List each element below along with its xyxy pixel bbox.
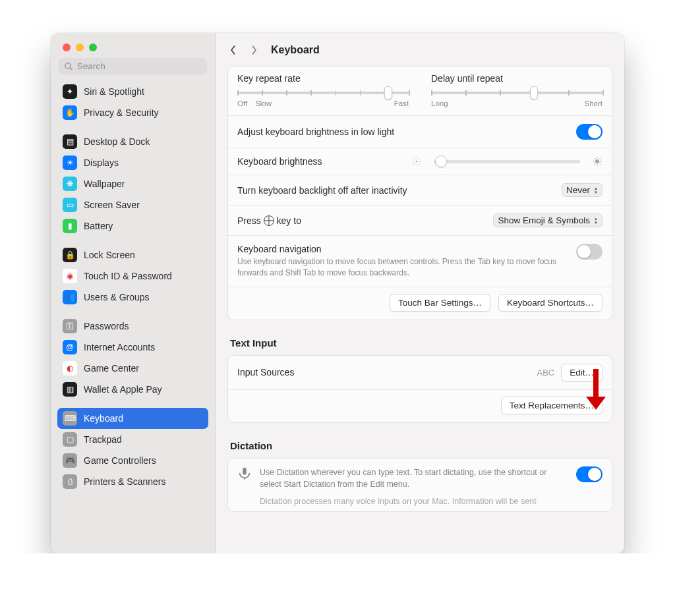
- sidebar-item-touch-id-password[interactable]: ◉Touch ID & Password: [57, 266, 208, 287]
- trackpad-icon: ▢: [63, 432, 77, 447]
- keyboard-brightness-row: Keyboard brightness: [228, 148, 612, 175]
- minimize-window-button[interactable]: [76, 43, 84, 51]
- sidebar-item-label: Displays: [84, 157, 119, 168]
- keyboard-settings-card: Key repeat rate Off Slow Fast: [227, 66, 612, 320]
- sidebar-item-internet-accounts[interactable]: @Internet Accounts: [57, 337, 208, 358]
- dictation-section-title: Dictation: [227, 437, 612, 458]
- flower-icon: ❋: [63, 177, 77, 191]
- siri-icon: ✦: [63, 84, 77, 99]
- press-globe-select[interactable]: Show Emoji & Symbols ▲▼: [493, 213, 602, 227]
- press-globe-row: Press key to Show Emoji & Symbols ▲▼: [228, 206, 612, 236]
- controller-icon: 🎮: [63, 453, 77, 468]
- header-bar: Keyboard: [216, 33, 624, 66]
- touch-bar-settings-button[interactable]: Touch Bar Settings…: [390, 294, 490, 312]
- sidebar: Search ✦Siri & Spotlight✋Privacy & Secur…: [51, 33, 216, 553]
- search-input[interactable]: Search: [59, 58, 207, 74]
- wallet-icon: ▥: [63, 382, 77, 397]
- sidebar-item-trackpad[interactable]: ▢Trackpad: [57, 429, 208, 450]
- window-traffic-lights: [51, 33, 215, 58]
- sidebar-item-label: Game Center: [84, 363, 139, 374]
- slider-thumb[interactable]: [384, 86, 392, 99]
- dock-icon: ▤: [63, 134, 77, 149]
- globe-icon: [264, 215, 274, 226]
- brightness-slider-thumb[interactable]: [435, 155, 447, 167]
- sidebar-item-displays[interactable]: ☀Displays: [57, 152, 208, 173]
- page-title: Keyboard: [271, 44, 320, 56]
- sidebar-list[interactable]: ✦Siri & Spotlight✋Privacy & Security▤Des…: [51, 80, 215, 553]
- sidebar-item-label: Users & Groups: [84, 292, 150, 302]
- users-icon: 👥: [63, 290, 77, 304]
- sidebar-item-game-center[interactable]: ◐Game Center: [57, 358, 208, 379]
- microphone-icon: [237, 466, 252, 481]
- sidebar-item-label: Passwords: [84, 321, 129, 331]
- svg-point-0: [416, 161, 418, 163]
- sidebar-item-printers-scanners[interactable]: ⎙Printers & Scanners: [57, 471, 208, 492]
- sidebar-item-label: Battery: [84, 221, 113, 231]
- settings-window: Search ✦Siri & Spotlight✋Privacy & Secur…: [51, 33, 624, 553]
- adjust-brightness-toggle[interactable]: [576, 124, 602, 140]
- sidebar-item-label: Trackpad: [84, 434, 122, 445]
- svg-point-1: [416, 157, 417, 158]
- content-scroll[interactable]: Key repeat rate Off Slow Fast: [216, 66, 624, 553]
- sidebar-item-keyboard[interactable]: ⌨Keyboard: [57, 408, 208, 429]
- key-icon: ⚿: [63, 319, 77, 333]
- screen-icon: ▭: [63, 198, 77, 212]
- svg-point-4: [420, 161, 421, 161]
- finger-icon: ◉: [63, 269, 77, 283]
- close-window-button[interactable]: [63, 43, 71, 51]
- sidebar-item-label: Keyboard: [84, 413, 123, 424]
- sidebar-item-game-controllers[interactable]: 🎮Game Controllers: [57, 450, 208, 471]
- keyboard-shortcuts-button[interactable]: Keyboard Shortcuts…: [498, 294, 602, 312]
- annotation-arrow: [586, 369, 606, 410]
- back-button[interactable]: [225, 42, 241, 58]
- sidebar-item-label: Wallpaper: [84, 179, 125, 189]
- delay-slider[interactable]: [431, 92, 602, 94]
- search-placeholder: Search: [77, 61, 105, 71]
- keyboard-icon: ⌨: [63, 411, 77, 426]
- sidebar-item-label: Wallet & Apple Pay: [84, 384, 162, 395]
- delay-until-repeat: Delay until repeat Long Short: [431, 73, 602, 107]
- sidebar-item-label: Desktop & Dock: [84, 136, 150, 147]
- svg-point-5: [413, 158, 414, 159]
- text-input-card: Input Sources ABC Edit… Text Replacement…: [227, 355, 612, 423]
- sidebar-item-battery[interactable]: ▮Battery: [57, 215, 208, 237]
- sidebar-item-wallpaper[interactable]: ❋Wallpaper: [57, 173, 208, 194]
- forward-button[interactable]: [246, 42, 262, 58]
- updown-icon: ▲▼: [594, 217, 598, 225]
- adjust-brightness-row: Adjust keyboard brightness in low light: [228, 116, 612, 148]
- key-repeat-slider[interactable]: [237, 92, 409, 94]
- backlight-off-select[interactable]: Never ▲▼: [562, 183, 602, 197]
- brightness-high-icon: [592, 156, 602, 167]
- text-input-section-title: Text Input: [227, 335, 612, 355]
- maximize-window-button[interactable]: [89, 43, 97, 51]
- updown-icon: ▲▼: [594, 186, 598, 194]
- sidebar-item-users-groups[interactable]: 👥Users & Groups: [57, 287, 208, 308]
- sun-icon: ☀: [63, 155, 77, 170]
- sidebar-item-desktop-dock[interactable]: ▤Desktop & Dock: [57, 131, 208, 152]
- backlight-off-row: Turn keyboard backlight off after inacti…: [228, 175, 612, 206]
- slider-thumb[interactable]: [530, 86, 538, 99]
- brightness-low-icon: [411, 156, 422, 167]
- sidebar-item-lock-screen[interactable]: 🔒Lock Screen: [57, 244, 208, 266]
- hand-icon: ✋: [63, 105, 77, 120]
- sidebar-item-siri-spotlight[interactable]: ✦Siri & Spotlight: [57, 81, 208, 102]
- sidebar-item-passwords[interactable]: ⚿Passwords: [57, 316, 208, 337]
- keyboard-navigation-row: Keyboard navigation Use keyboard navigat…: [228, 236, 612, 287]
- sidebar-item-privacy-security[interactable]: ✋Privacy & Security: [57, 102, 208, 123]
- lock-icon: 🔒: [63, 248, 77, 262]
- printer-icon: ⎙: [63, 474, 77, 489]
- sidebar-item-screen-saver[interactable]: ▭Screen Saver: [57, 194, 208, 215]
- input-sources-value: ABC: [537, 368, 555, 378]
- game-icon: ◐: [63, 361, 77, 376]
- dictation-toggle[interactable]: [576, 466, 602, 482]
- keyboard-navigation-toggle[interactable]: [576, 244, 602, 260]
- sidebar-item-label: Touch ID & Password: [84, 271, 172, 281]
- svg-point-3: [413, 161, 413, 161]
- sidebar-item-wallet-apple-pay[interactable]: ▥Wallet & Apple Pay: [57, 379, 208, 400]
- dictation-card: Use Dictation wherever you can type text…: [227, 458, 612, 512]
- sidebar-item-label: Printers & Scanners: [84, 476, 166, 487]
- sidebar-item-label: Privacy & Security: [84, 107, 159, 118]
- search-icon: [64, 62, 73, 71]
- svg-point-6: [419, 158, 419, 159]
- keyboard-brightness-slider[interactable]: [434, 160, 580, 163]
